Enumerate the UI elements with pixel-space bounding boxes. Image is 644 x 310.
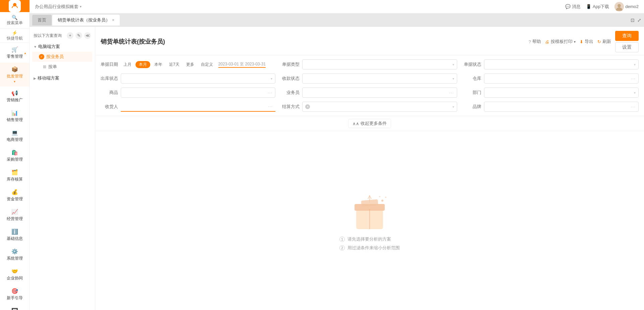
salesperson-selector[interactable]: ··· [302, 88, 457, 98]
sidebar-item-basicinfo[interactable]: ℹ️ 基础信息 [0, 225, 29, 245]
export-button[interactable]: ⬇ 导出 [580, 39, 593, 45]
svg-point-7 [381, 200, 383, 202]
sidebar-item-guide[interactable]: 🎯 新手引导 [0, 285, 29, 304]
app-download-button[interactable]: 📱 App下载 [586, 4, 609, 10]
collapse-up-icon: ∧∧ [353, 121, 359, 126]
scheme-group-mobile-header[interactable]: ▶ 移动端方案 [32, 73, 92, 83]
collapse-icon: ▶ [34, 76, 36, 80]
settle-clear-icon[interactable]: × [305, 104, 310, 109]
collapse-panel-button[interactable]: ≪ [84, 32, 91, 39]
guide-icon: 🎯 [11, 288, 18, 294]
scheme-item-order[interactable]: ⊞ 按单 [32, 62, 92, 72]
scheme-group-pc-header[interactable]: ▼ 电脑端方案 [32, 42, 92, 52]
collectstatus-selector[interactable]: ▾ [302, 73, 457, 84]
edit-scheme-button[interactable]: ✎ [75, 32, 82, 39]
sidebar-item-wholesale[interactable]: 📦 批发管理 ▼ [0, 63, 29, 87]
tab-home[interactable]: 首页 [32, 15, 52, 25]
page-title: 销货单统计表(按业务员) [101, 38, 165, 46]
filter-row-3: 商品 ··· 业务员 ··· [101, 88, 639, 98]
empty-box-svg [346, 191, 393, 231]
help-button[interactable]: ? 帮助 [529, 39, 541, 45]
settings-button[interactable]: 设置 [615, 42, 639, 52]
print-dropdown-icon: ▾ [574, 40, 576, 44]
expand-icon: ▼ [34, 45, 37, 49]
sidebar-item-sales[interactable]: 📊 销售管理 [0, 106, 29, 126]
outstatus-arrow-icon: ▾ [271, 77, 272, 81]
sidebar-item-operations[interactable]: 📈 经营管理 [0, 205, 29, 225]
brand-selector[interactable]: ··· [484, 102, 639, 112]
brand-more-icon: ··· [631, 104, 636, 109]
date-tab-custom[interactable]: 自定义 [198, 61, 216, 68]
goods-more-icon: ··· [268, 90, 273, 95]
scheme-group-pc: ▼ 电脑端方案 ✓ 按业务员 ⊞ 按单 [30, 42, 95, 72]
step-1-num: 1 [339, 237, 345, 242]
sidebar-item-inventory[interactable]: 🗂️ 库存核算 [0, 166, 29, 186]
salesperson-more-icon: ··· [449, 90, 454, 95]
sidebar-item-purchase[interactable]: 🛍️ 采购管理 [0, 146, 29, 166]
svg-point-8 [385, 197, 386, 198]
refresh-button[interactable]: ↻ 刷新 [597, 39, 611, 45]
chevron-left-icon: ≪ [86, 33, 90, 38]
main-area: 办公用品行业模拟账套 ▾ 💬 消息 📱 App下载 [30, 0, 644, 310]
print-icon: 🖨 [545, 39, 549, 44]
query-button[interactable]: 查询 [615, 31, 639, 41]
filter-doctype: 单据类型 ▾ [282, 59, 457, 69]
date-tabs: 上月 本月 本年 近7天 更多 自定义 [121, 61, 216, 68]
date-tab-more[interactable]: 更多 [183, 61, 197, 68]
sidebar-item-system[interactable]: ⚙️ 系统管理 [0, 245, 29, 265]
collapse-button[interactable]: ∧∧ 收起更多条件 [348, 119, 391, 128]
goods-selector[interactable]: ··· [121, 88, 275, 98]
tab-sales-stat[interactable]: 销货单统计表（按业务员） × [52, 15, 120, 25]
settle-selector[interactable]: × ▾ [302, 102, 457, 112]
active-dot: ✓ [39, 54, 44, 59]
sidebar-item-retail[interactable]: 🛒 零售管理 [0, 43, 29, 63]
tab-close-icon[interactable]: × [112, 18, 114, 22]
department-selector[interactable]: ▾ [484, 88, 639, 98]
template-print-button[interactable]: 🖨 按模板打印 ▾ [545, 39, 576, 45]
collapse-bar: ∧∧ 收起更多条件 [95, 116, 644, 131]
ecommerce-icon: 💻 [11, 130, 18, 136]
filter-receiver: 收货人 ··· [101, 102, 275, 112]
tab-restore-icon[interactable]: ⊡ [631, 17, 635, 23]
avatar [614, 2, 624, 11]
date-tab-thismonth[interactable]: 本月 [136, 61, 150, 68]
scheme-item-salesperson[interactable]: ✓ 按业务员 [32, 52, 92, 62]
docstatus-selector[interactable]: ▾ [484, 59, 639, 69]
filter-collectstatus: 收款状态 ▾ [282, 73, 457, 84]
sidebar-item-collab[interactable]: 🤝 企业协同 [0, 265, 29, 285]
date-tab-thisyear[interactable]: 本年 [152, 61, 165, 68]
add-scheme-button[interactable]: + [67, 32, 73, 39]
warehouse-selector[interactable]: ··· [484, 73, 639, 84]
topbar-right: 💬 消息 📱 App下载 demo2 [565, 2, 639, 11]
page-content: 按以下方案查询 + ✎ ≪ ▼ 电脑端方案 [30, 27, 644, 310]
empty-state: 1 请先选择要分析的方案 2 用过滤条件来缩小分析范围 [95, 131, 644, 310]
inventory-icon: 🗂️ [11, 169, 18, 175]
date-tab-lastmonth[interactable]: 上月 [121, 61, 134, 68]
user-menu[interactable]: demo2 [614, 2, 639, 11]
outstatus-selector[interactable]: ▾ [121, 73, 275, 84]
retail-icon: 🛒 [11, 46, 18, 53]
company-selector[interactable]: 办公用品行业模拟账套 ▾ [35, 4, 82, 10]
sidebar-item-finance[interactable]: 💰 资金管理 [0, 186, 29, 205]
sidebar-item-marketing[interactable]: 📢 营销推广 [0, 87, 29, 106]
sidebar-item-quicknav[interactable]: ⚡ 快捷导航 [0, 29, 29, 43]
svg-point-9 [379, 196, 380, 197]
marketing-icon: 📢 [11, 90, 18, 96]
operations-icon: 📈 [11, 209, 18, 215]
empty-illustration [346, 191, 393, 231]
doctype-arrow-icon: ▾ [452, 63, 454, 66]
left-panel-header: 按以下方案查询 + ✎ ≪ [30, 30, 95, 42]
tab-expand-icon[interactable]: ⤢ [637, 17, 641, 23]
receiver-input[interactable]: ··· [121, 102, 275, 112]
filter-docstatus: 单据状态 ▾ [464, 59, 639, 69]
sales-icon: 📊 [11, 110, 18, 116]
sidebar-item-ecommerce[interactable]: 💻 电商管理 [0, 126, 29, 146]
sidebar-item-search[interactable]: 🔍 搜索菜单 [0, 12, 29, 29]
message-button[interactable]: 💬 消息 [565, 4, 581, 10]
date-tab-7days[interactable]: 近7天 [166, 61, 182, 68]
scheme-group-mobile: ▶ 移动端方案 [30, 73, 95, 83]
doctype-selector[interactable]: ▾ [302, 59, 457, 69]
sidebar-item-appcenter[interactable]: 🔲 应用中心 [0, 304, 29, 310]
receiver-more-icon: ··· [268, 104, 273, 109]
settle-arrow-icon: ▾ [452, 105, 454, 109]
